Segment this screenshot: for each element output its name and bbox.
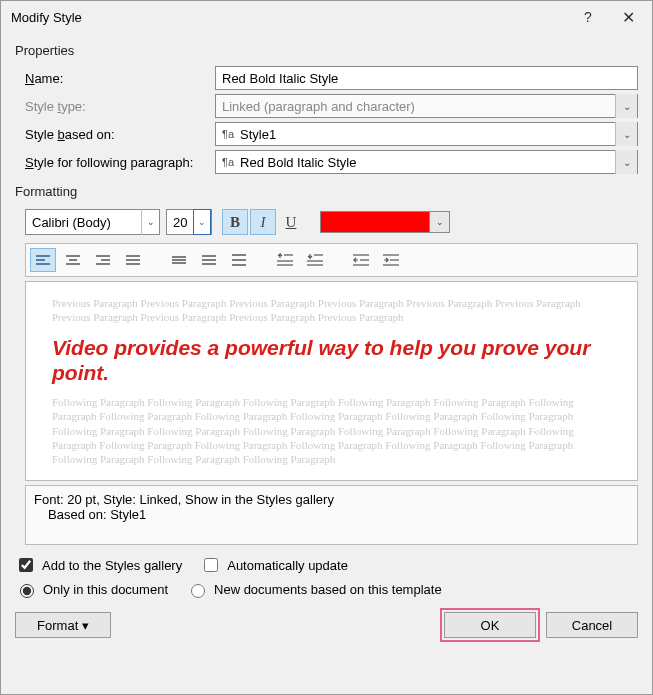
description-line-2: Based on: Style1	[34, 507, 629, 522]
help-button[interactable]: ?	[568, 3, 608, 31]
new-documents-radio[interactable]: New documents based on this template	[186, 581, 442, 598]
preview-ghost-following: Following Paragraph Following Paragraph …	[52, 395, 611, 466]
modify-style-dialog: Modify Style ? ✕ Properties Name: Style …	[0, 0, 653, 695]
align-right-button[interactable]	[90, 248, 116, 272]
font-color-dropdown[interactable]: ⌄	[430, 211, 450, 233]
one-half-spacing-button[interactable]	[196, 248, 222, 272]
font-family-select[interactable]: Calibri (Body) ⌄	[25, 209, 160, 235]
paragraph-toolbar	[25, 243, 638, 277]
double-spacing-button[interactable]	[226, 248, 252, 272]
dialog-content: Properties Name: Style type: Linked (par…	[1, 33, 652, 694]
decrease-indent-button[interactable]	[348, 248, 374, 272]
underline-button[interactable]: U	[278, 209, 304, 235]
formatting-group-label: Formatting	[15, 178, 638, 203]
single-spacing-button[interactable]	[166, 248, 192, 272]
cancel-button[interactable]: Cancel	[546, 612, 638, 638]
add-to-gallery-input[interactable]	[19, 558, 33, 572]
increase-space-before-button[interactable]	[272, 248, 298, 272]
name-input[interactable]	[215, 66, 638, 90]
font-size-select[interactable]: 20 ⌄	[166, 209, 212, 235]
based-on-label: Style based on:	[25, 127, 215, 142]
chevron-down-icon[interactable]: ⌄	[141, 209, 159, 235]
chevron-down-icon: ⌄	[615, 94, 637, 118]
align-left-button[interactable]	[30, 248, 56, 272]
preview-ghost-previous: Previous Paragraph Previous Paragraph Pr…	[52, 296, 611, 325]
increase-indent-button[interactable]	[378, 248, 404, 272]
titlebar: Modify Style ? ✕	[1, 1, 652, 33]
format-button[interactable]: Format ▾	[15, 612, 111, 638]
based-on-select[interactable]: ¶a Style1 ⌄	[215, 122, 638, 146]
chevron-down-icon[interactable]: ⌄	[615, 122, 637, 146]
close-button[interactable]: ✕	[608, 3, 648, 31]
bold-button[interactable]: B	[222, 209, 248, 235]
chevron-down-icon[interactable]: ⌄	[615, 150, 637, 174]
following-paragraph-value: Red Bold Italic Style	[240, 155, 356, 170]
chevron-down-icon: ▾	[82, 618, 89, 633]
based-on-value: Style1	[240, 127, 276, 142]
font-family-value: Calibri (Body)	[32, 215, 111, 230]
style-type-label: Style type:	[25, 99, 215, 114]
font-color-swatch[interactable]	[320, 211, 430, 233]
paragraph-icon: ¶a	[222, 128, 234, 140]
following-paragraph-label: Style for following paragraph:	[25, 155, 215, 170]
style-preview: Previous Paragraph Previous Paragraph Pr…	[25, 281, 638, 481]
decrease-space-before-button[interactable]	[302, 248, 328, 272]
style-type-select: Linked (paragraph and character) ⌄	[215, 94, 638, 118]
auto-update-input[interactable]	[204, 558, 218, 572]
align-center-button[interactable]	[60, 248, 86, 272]
paragraph-icon: ¶a	[222, 156, 234, 168]
italic-button[interactable]: I	[250, 209, 276, 235]
font-size-value: 20	[173, 215, 187, 230]
ok-button[interactable]: OK	[444, 612, 536, 638]
following-paragraph-select[interactable]: ¶a Red Bold Italic Style ⌄	[215, 150, 638, 174]
description-line-1: Font: 20 pt, Style: Linked, Show in the …	[34, 492, 629, 507]
name-label: Name:	[25, 71, 215, 86]
preview-sample-text: Video provides a powerful way to help yo…	[52, 335, 611, 385]
style-type-value: Linked (paragraph and character)	[222, 99, 415, 114]
new-documents-input[interactable]	[191, 584, 205, 598]
style-description: Font: 20 pt, Style: Linked, Show in the …	[25, 485, 638, 545]
chevron-down-icon[interactable]: ⌄	[193, 209, 211, 235]
properties-group-label: Properties	[15, 37, 638, 62]
align-justify-button[interactable]	[120, 248, 146, 272]
auto-update-checkbox[interactable]: Automatically update	[200, 555, 348, 575]
only-this-document-input[interactable]	[20, 584, 34, 598]
add-to-gallery-checkbox[interactable]: Add to the Styles gallery	[15, 555, 182, 575]
dialog-title: Modify Style	[11, 10, 568, 25]
only-this-document-radio[interactable]: Only in this document	[15, 581, 168, 598]
